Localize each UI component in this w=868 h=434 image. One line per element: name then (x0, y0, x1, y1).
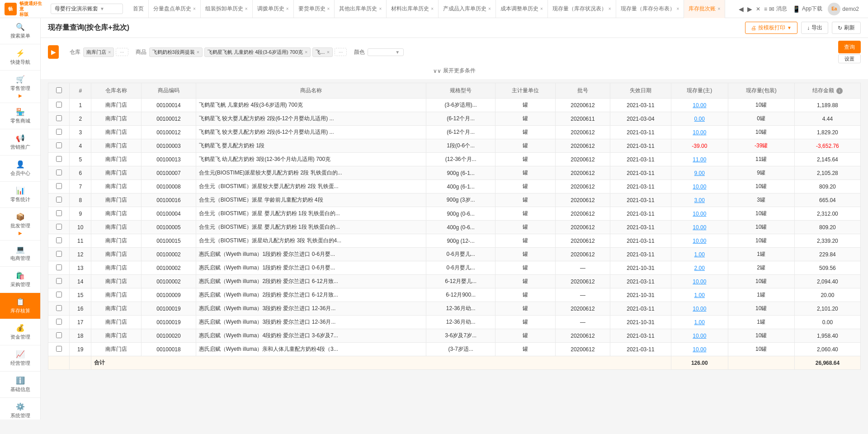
cell-qty-main[interactable]: -39.00 (671, 139, 728, 153)
row-checkbox[interactable] (56, 305, 62, 311)
cell-qty-main[interactable]: 0.00 (671, 112, 728, 126)
tab-5[interactable]: 其他出库单历史× (335, 0, 387, 18)
tab-3[interactable]: 调拨单历史× (253, 0, 294, 18)
tab-next-btn[interactable]: ▶ (745, 5, 754, 13)
cell-qty-main[interactable]: 2.00 (671, 261, 728, 275)
tab-4[interactable]: 要货单历史× (294, 0, 335, 18)
tab-10[interactable]: 现存量（库存分布表）× (616, 0, 684, 18)
row-checkbox[interactable] (56, 264, 62, 270)
sidebar-item-资金管理[interactable]: 💰 资金管理 (0, 319, 40, 345)
sidebar-item-零售商城[interactable]: 🏪 零售商城 (0, 103, 40, 129)
export-btn[interactable]: ↓ 导出 (801, 22, 828, 34)
cell-qty-main[interactable]: 1.00 (671, 288, 728, 302)
row-checkbox[interactable] (56, 251, 62, 257)
cell-qty-main[interactable]: 10.00 (671, 234, 728, 248)
row-checkbox[interactable] (56, 319, 62, 325)
tab-close-btn[interactable]: × (379, 6, 382, 11)
cell-qty-main[interactable]: 10.00 (671, 207, 728, 221)
tab-6[interactable]: 材料出库单历史× (387, 0, 439, 18)
row-checkbox[interactable] (56, 102, 62, 108)
sidebar-item-营销推广[interactable]: 📢 营销推广 (0, 129, 40, 156)
sidebar-item-零售管理[interactable]: 🛒 零售管理 ▶ (0, 71, 40, 103)
tab-close-btn[interactable]: × (677, 6, 679, 11)
tab-close-btn[interactable]: × (609, 6, 611, 11)
sidebar-item-基础信息[interactable]: ℹ️ 基础信息 (0, 372, 40, 398)
user-menu[interactable]: Ea demo2 (828, 3, 859, 15)
tab-close-btn[interactable]: × (431, 6, 434, 11)
tab-close-btn[interactable]: × (286, 6, 289, 11)
cell-qty-main[interactable]: 10.00 (671, 99, 728, 112)
cell-qty-main[interactable]: 10.00 (671, 343, 728, 356)
tab-2[interactable]: 组装拆卸单历史× (201, 0, 253, 18)
tab-close-btn[interactable]: × (488, 6, 491, 11)
filter-more-btn[interactable]: ··· (116, 48, 128, 56)
refresh-btn[interactable]: ↻ 刷新 (832, 22, 861, 34)
tab-menu-btn[interactable]: ≡ (762, 6, 769, 12)
product-more-btn[interactable]: ··· (335, 48, 347, 56)
tab-close-btn[interactable]: × (327, 6, 330, 11)
expand-more-btn[interactable]: ∨∨ 展开更多条件 (48, 65, 861, 76)
row-checkbox[interactable] (56, 142, 62, 148)
cell-qty-main[interactable]: 10.00 (671, 180, 728, 193)
tab-7[interactable]: 产成品入库单历史× (439, 0, 496, 18)
sidebar-item-零售统计[interactable]: 📊 零售统计 (0, 182, 40, 208)
cell-qty-main[interactable]: 1.00 (671, 316, 728, 329)
cell-qty-main[interactable]: 9.00 (671, 166, 728, 180)
cell-qty-main[interactable]: 10.00 (671, 275, 728, 288)
tab-8[interactable]: 成本调整单历史× (496, 0, 548, 18)
tab-11[interactable]: 库存批次账× (684, 0, 725, 18)
product-tag-close-0[interactable]: × (197, 49, 199, 55)
row-checkbox[interactable] (56, 183, 62, 189)
tab-0[interactable]: 首页 (128, 0, 149, 18)
cell-qty-main[interactable]: 10.00 (671, 126, 728, 139)
row-checkbox[interactable] (56, 346, 62, 352)
select-all-checkbox[interactable] (56, 87, 62, 93)
cell-qty-main[interactable]: 10.00 (671, 329, 728, 343)
tab-close-btn[interactable]: × (193, 6, 196, 11)
sidebar-item-批发管理[interactable]: 📦 批发管理 ▶ (0, 208, 40, 241)
cell-qty-main[interactable]: 10.00 (671, 302, 728, 316)
tab-1[interactable]: 分量盘点单历史× (149, 0, 201, 18)
row-checkbox[interactable] (56, 197, 62, 203)
row-checkbox[interactable] (56, 156, 62, 162)
row-checkbox[interactable] (56, 237, 62, 243)
row-checkbox[interactable] (56, 170, 62, 175)
settings-btn[interactable]: 设置 (838, 54, 861, 63)
tab-9[interactable]: 现存量（库存状况表）× (548, 0, 616, 18)
row-checkbox[interactable] (56, 292, 62, 297)
sidebar-item-库存核算[interactable]: 📋 库存核算 (0, 293, 40, 319)
tab-prev-btn[interactable]: ◀ (737, 5, 745, 13)
sidebar-item-快捷导航[interactable]: ⚡ 快捷导航 (0, 44, 40, 71)
amount-info-icon[interactable]: i (836, 88, 843, 94)
row-checkbox[interactable] (56, 224, 62, 230)
tab-close-btn[interactable]: × (540, 6, 543, 11)
row-checkbox[interactable] (56, 129, 62, 135)
tab-close-all-btn[interactable]: ✕ (754, 6, 762, 12)
cell-qty-main[interactable]: 1.00 (671, 248, 728, 261)
warehouse-tag-close[interactable]: × (108, 49, 111, 55)
row-checkbox[interactable] (56, 210, 62, 216)
product-tag-close-2[interactable]: × (327, 49, 330, 55)
sidebar-item-经营管理[interactable]: 📈 经营管理 (0, 345, 40, 372)
tab-close-btn[interactable]: × (245, 6, 248, 11)
color-select[interactable]: ▼ (368, 48, 404, 56)
cell-qty-main[interactable]: 11.00 (671, 153, 728, 166)
tab-close-btn[interactable]: × (717, 6, 720, 11)
cell-qty-main[interactable]: 10.00 (671, 221, 728, 234)
sidebar-item-电商管理[interactable]: 💻 电商管理 (0, 241, 40, 267)
cell-qty-main[interactable]: 3.00 (671, 193, 728, 207)
app-download-btn[interactable]: 📱 App下载 (793, 5, 822, 13)
row-checkbox[interactable] (56, 332, 62, 338)
filter-toggle-btn[interactable]: ▶ (48, 45, 59, 59)
row-checkbox[interactable] (56, 278, 62, 284)
print-btn[interactable]: 🖨 按模板打印 ▼ (745, 22, 797, 34)
sidebar-item-系统管理[interactable]: ⚙️ 系统管理 (0, 398, 40, 420)
message-btn[interactable]: ✉ 消息 (769, 5, 787, 13)
query-btn[interactable]: 查询 (838, 41, 861, 53)
product-tag-close-1[interactable]: × (305, 49, 307, 55)
row-checkbox[interactable] (56, 115, 62, 121)
sidebar-item-会员中心[interactable]: 👤 会员中心 (0, 156, 40, 182)
tenant-selector[interactable]: 母婴行业演示账套 ▼ (51, 4, 123, 14)
sidebar-item-采购管理[interactable]: 🛍️ 采购管理 (0, 267, 40, 293)
sidebar-item-搜索菜单[interactable]: 🔍 搜索菜单 (0, 18, 40, 44)
